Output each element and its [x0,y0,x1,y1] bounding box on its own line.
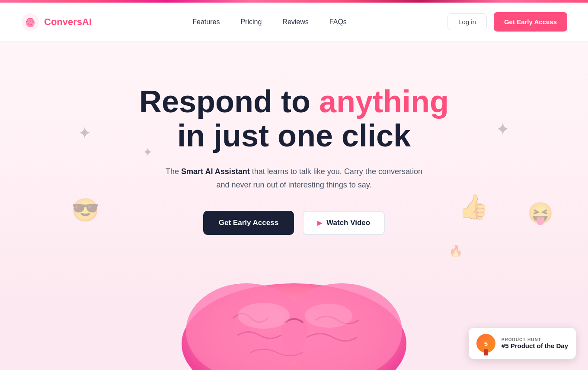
hero-early-access-button[interactable]: Get Early Access [203,211,294,235]
ph-ribbon [484,349,488,355]
nav-features[interactable]: Features [192,18,220,25]
ph-medal: 5 [476,334,495,353]
svg-point-1 [29,20,31,22]
deco-sparkle-topright: ✦ [495,119,510,139]
ph-title: #5 Product of the Day [502,342,568,349]
deco-sunglasses-emoji: 😎 [71,197,99,223]
nav-pricing[interactable]: Pricing [240,18,262,25]
ph-label: PRODUCT HUNT [502,337,568,342]
nav-links: Features Pricing Reviews FAQs [192,18,347,26]
svg-point-6 [305,304,352,328]
hero-title: Respond to anything in just one click [139,85,449,153]
deco-sparkle-topleft: ✦ [78,124,92,143]
deco-fire: 🔥 [449,244,463,258]
nav-actions: Log in Get Early Access [447,12,567,32]
product-hunt-badge: 5 PRODUCT HUNT #5 Product of the Day [469,328,576,359]
hero-section: ✦ ✦ 😎 👍 😝 ✦ 🔥 Respond to anything in jus… [0,41,588,370]
hero-buttons: Get Early Access ▶ Watch Video [139,211,449,235]
nav-reviews[interactable]: Reviews [282,18,308,25]
nav-faqs[interactable]: FAQs [329,18,347,25]
deco-thumbsup-emoji: 👍 [458,193,489,221]
ph-info: PRODUCT HUNT #5 Product of the Day [502,337,568,349]
deco-laugh-emoji: 😝 [527,201,553,225]
play-icon: ▶ [317,219,322,226]
logo-link[interactable]: ConversAI [21,13,92,32]
nav-early-access-button[interactable]: Get Early Access [494,12,567,32]
main-nav: ConversAI Features Pricing Reviews FAQs … [0,3,588,41]
hero-content: Respond to anything in just one click Th… [139,85,449,235]
logo-text: ConversAI [44,16,92,28]
hero-subtitle: The Smart AI Assistant that learns to ta… [164,165,424,191]
svg-point-5 [238,303,290,329]
brain-illustration [164,249,424,370]
login-button[interactable]: Log in [447,13,487,30]
logo-icon [21,13,40,32]
hero-watch-video-button[interactable]: ▶ Watch Video [303,211,385,235]
